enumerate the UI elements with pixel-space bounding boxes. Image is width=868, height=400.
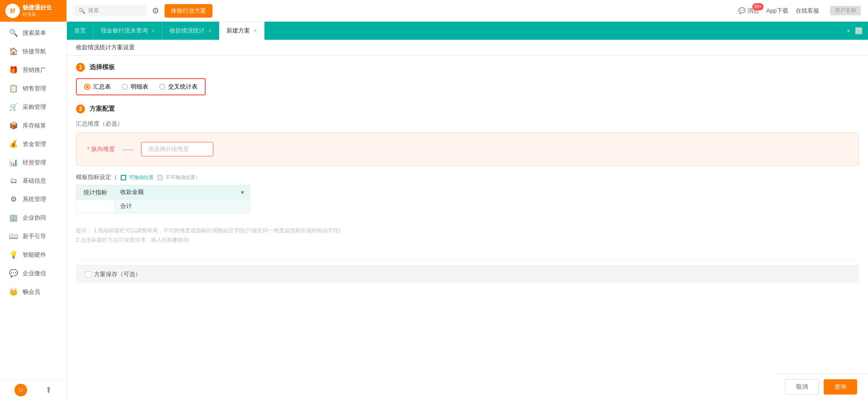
- tab-bank-label: 现金银行流水查询: [101, 27, 148, 35]
- nav-icon-sales: 📋: [9, 84, 18, 93]
- nav-label-guide: 新手引导: [23, 232, 46, 240]
- radio-summary-label: 汇总表: [93, 83, 111, 91]
- nav-icon-search: 🔍: [9, 28, 18, 37]
- nav-label-hardware: 智能硬件: [23, 251, 46, 259]
- logo-icon: 好: [5, 4, 20, 18]
- sidebar-item-company[interactable]: 🏢企业协同: [0, 208, 66, 227]
- avatar[interactable]: U: [14, 384, 27, 396]
- nav-label-inventory: 库存核算: [23, 122, 46, 130]
- tab-collection-close[interactable]: ×: [208, 28, 212, 34]
- logo-text: 畅捷通好生: [23, 4, 52, 11]
- gear-icon[interactable]: ⚙: [152, 6, 159, 16]
- dimension-area: * 纵向维度 —— 请选择分组维度: [76, 132, 859, 166]
- topbar: 🔍 搜索 ⚙ 体验行业方案 💬 消息 99+ App下载 在线客服 用户名称: [67, 0, 868, 22]
- sidebar-item-operations[interactable]: 📊经营管理: [0, 153, 66, 172]
- radio-summary[interactable]: 汇总表: [84, 83, 111, 91]
- tab-new-plan-label: 新建方案: [226, 27, 250, 35]
- step2-label: 方案配置: [90, 105, 115, 113]
- metrics-title-text: 模板指标设定（: [76, 173, 117, 181]
- stats-label-text: 统计指标: [84, 188, 107, 197]
- notification-area[interactable]: 💬 消息 99+: [738, 7, 759, 15]
- nav-label-system: 系统管理: [23, 195, 46, 203]
- sidebar-item-sales[interactable]: 📋销售管理: [0, 79, 66, 98]
- tab-home[interactable]: 首页: [67, 22, 94, 40]
- radio-cross[interactable]: 交叉统计表: [159, 83, 198, 91]
- nav-icon-marketing: 🎁: [9, 66, 18, 74]
- save-checkbox-label[interactable]: 方案保存（可选）: [85, 270, 141, 278]
- bottom-icon1[interactable]: ⬆: [45, 385, 52, 395]
- save-checkbox-text: 方案保存（可选）: [94, 270, 141, 278]
- sidebar-item-purchase[interactable]: 🛒采购管理: [0, 98, 66, 116]
- nav-label-purchase: 采购管理: [23, 103, 46, 111]
- query-button[interactable]: 查询: [824, 379, 857, 395]
- sidebar-item-member[interactable]: 👑畅会员: [0, 282, 66, 301]
- radio-cross-circle: [159, 84, 165, 90]
- metrics-header[interactable]: 收款金额 ▾: [115, 185, 250, 199]
- notification-badge: 99+: [752, 3, 764, 10]
- nav-label-company: 企业协同: [23, 214, 46, 222]
- tab-bank[interactable]: 现金银行流水查询 ×: [94, 22, 162, 40]
- nav-label-sales: 销售管理: [23, 85, 46, 93]
- step1-section: 1 选择模板 汇总表 明细表: [76, 63, 859, 95]
- sidebar-item-finance[interactable]: 💰资金管理: [0, 135, 66, 153]
- nav-label-operations: 经营管理: [23, 159, 46, 167]
- nav-label-basic: 基础信息: [23, 177, 46, 185]
- sidebar-item-search[interactable]: 🔍搜索菜单: [0, 24, 66, 42]
- radio-detail[interactable]: 明细表: [122, 83, 148, 91]
- nav-label-marketing: 营销推广: [23, 66, 46, 74]
- metrics-table: 收款金额 ▾ 合计: [114, 185, 250, 213]
- nav-label-finance: 资金管理: [23, 140, 46, 148]
- nav-icon-purchase: 🛒: [9, 103, 18, 111]
- tab-new-plan[interactable]: 新建方案 ×: [219, 22, 264, 40]
- hint-line-2: 2.点击标题栏下拉可设置排序、插入列和删除列: [76, 236, 859, 244]
- search-input-area[interactable]: 🔍 搜索: [74, 5, 146, 16]
- draggable-indicator: 可拖动位置: [121, 174, 154, 181]
- sidebar-item-system[interactable]: ⚙系统管理: [0, 190, 66, 208]
- logo-area: 好 畅捷通好生 标准版: [0, 0, 66, 22]
- close-window-icon[interactable]: ×: [847, 27, 850, 34]
- save-checkbox-box[interactable]: [85, 271, 91, 278]
- nav-icon-company: 🏢: [9, 213, 18, 222]
- sidebar-item-guide[interactable]: 📖新手引导: [0, 227, 66, 245]
- window-buttons: × ⬜: [841, 27, 868, 34]
- maximize-icon[interactable]: ⬜: [855, 27, 863, 34]
- trial-button[interactable]: 体验行业方案: [165, 4, 212, 18]
- step1-number: 1: [76, 63, 85, 72]
- sidebar-item-wechat[interactable]: 💬企业微信: [0, 264, 66, 282]
- tab-collection[interactable]: 收款情况统计 ×: [162, 22, 219, 40]
- tab-collection-label: 收款情况统计: [170, 27, 205, 35]
- tab-bank-close[interactable]: ×: [151, 28, 155, 34]
- nav-label-nav: 快捷导航: [23, 47, 46, 56]
- step2-header: 2 方案配置: [76, 104, 859, 113]
- tab-home-label: 首页: [74, 27, 86, 35]
- template-options: 汇总表 明细表 交叉统计表: [76, 78, 206, 95]
- form-area: 1 选择模板 汇总表 明细表: [67, 56, 868, 400]
- search-icon: 🔍: [79, 8, 85, 14]
- metrics-dropdown-icon[interactable]: ▾: [241, 189, 244, 196]
- nav-icon-basic: 🗂: [9, 177, 18, 185]
- dimension-select[interactable]: 请选择分组维度: [141, 142, 213, 156]
- sidebar-item-marketing[interactable]: 🎁营销推广: [0, 61, 66, 79]
- arrow: ——: [122, 146, 134, 153]
- step1-header: 1 选择模板: [76, 63, 859, 72]
- tab-new-plan-close[interactable]: ×: [254, 28, 257, 34]
- vertical-dimension-label: * 纵向维度: [87, 145, 115, 153]
- metrics-row-label: 合计: [120, 202, 132, 209]
- search-placeholder: 搜索: [88, 7, 99, 14]
- save-option-area: 方案保存（可选）: [76, 265, 859, 283]
- step2-number: 2: [76, 104, 85, 113]
- cancel-button[interactable]: 取消: [785, 379, 819, 395]
- footer-buttons: 取消 查询: [774, 373, 868, 400]
- logo-sub: 标准版: [23, 11, 52, 18]
- service-link[interactable]: 在线客服: [796, 7, 819, 15]
- main-area: 🔍 搜索 ⚙ 体验行业方案 💬 消息 99+ App下载 在线客服 用户名称 首…: [67, 0, 868, 400]
- sidebar-item-nav[interactable]: 🏠快捷导航: [0, 42, 66, 61]
- radio-cross-label: 交叉统计表: [168, 83, 198, 91]
- radio-summary-circle: [84, 84, 90, 90]
- download-link[interactable]: App下载: [766, 7, 788, 15]
- sidebar-item-hardware[interactable]: 💡智能硬件: [0, 245, 66, 264]
- sidebar-item-inventory[interactable]: 📦库存核算: [0, 116, 66, 135]
- non-draggable-tag-text: 不可拖动位置）: [165, 174, 200, 180]
- sidebar-item-basic[interactable]: 🗂基础信息: [0, 172, 66, 190]
- metrics-column-header: 收款金额: [120, 188, 144, 196]
